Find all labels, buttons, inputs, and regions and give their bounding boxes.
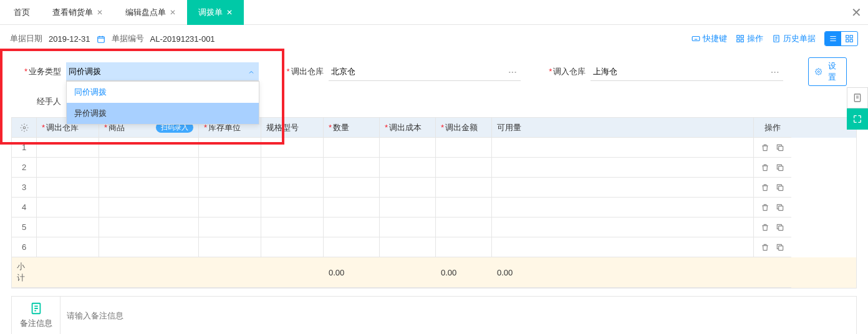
note-icon: [29, 302, 43, 315]
close-icon[interactable]: ✕: [170, 8, 176, 17]
settings-button[interactable]: 设置: [808, 57, 847, 86]
row-actions: [754, 217, 791, 237]
keyboard-icon: [692, 34, 700, 43]
col-spec: 规格型号: [261, 118, 324, 138]
svg-rect-1: [692, 37, 700, 41]
svg-point-12: [817, 71, 819, 73]
copy-icon[interactable]: [776, 163, 784, 173]
doc-date-label: 单据日期: [10, 33, 42, 44]
svg-rect-2: [737, 36, 740, 38]
in-warehouse-field: *调入仓库 ···: [546, 62, 783, 81]
copy-icon[interactable]: [776, 203, 784, 212]
delete-icon[interactable]: [761, 222, 769, 232]
biz-type-field: *业务类型 同价调拨 异价调拨: [21, 62, 259, 81]
in-warehouse-label: *调入仓库: [546, 66, 591, 77]
subtotal-amount: 0.00: [436, 257, 492, 288]
grid-icon: [736, 34, 745, 43]
col-op: 操作: [754, 118, 791, 138]
table-row[interactable]: 2: [12, 158, 856, 178]
row-actions: [754, 138, 791, 158]
dropdown-option-diff-price[interactable]: 异价调拨: [67, 103, 259, 124]
svg-rect-14: [779, 146, 783, 151]
svg-rect-9: [846, 39, 849, 42]
calendar-icon[interactable]: [97, 34, 105, 44]
table-row[interactable]: 6: [12, 237, 856, 257]
svg-point-13: [23, 126, 26, 129]
shortcut-link[interactable]: 快捷键: [692, 33, 727, 44]
biz-type-input[interactable]: [66, 62, 259, 81]
svg-rect-5: [741, 39, 743, 42]
subtotal-label: 小计: [12, 257, 37, 288]
tab-bar: 首页 查看销货单✕ 编辑盘点单✕ 调拨单✕ ✕: [0, 0, 868, 25]
row-number: 1: [12, 138, 37, 158]
info-bar: 单据日期 2019-12-31 单据编号 AL-20191231-001 快捷键…: [0, 25, 868, 52]
copy-icon[interactable]: [776, 143, 784, 153]
view-toggle: [824, 31, 858, 46]
col-qty: *数量: [324, 118, 380, 138]
subtotal-qty: 0.00: [324, 257, 380, 288]
delete-icon[interactable]: [761, 183, 769, 193]
line-items-table: *调出仓库 *商品扫码录入 *库存单位 规格型号 *数量 *调出成本 *调出金额…: [11, 117, 857, 289]
gear-icon: [815, 68, 822, 75]
dropdown-option-same-price[interactable]: 同价调拨: [67, 82, 259, 103]
ellipsis-icon[interactable]: ···: [509, 67, 518, 77]
remark-input[interactable]: [60, 297, 856, 334]
table-settings-button[interactable]: [12, 118, 37, 138]
operation-link[interactable]: 操作: [736, 33, 763, 44]
table-row[interactable]: 4: [12, 198, 856, 217]
view-list-button[interactable]: [825, 32, 841, 45]
handler-label: 经手人: [21, 96, 66, 107]
form-area: *业务类型 同价调拨 异价调拨 *调出仓库 ··· *调入仓库 ··· 设置: [0, 52, 868, 107]
svg-rect-7: [846, 36, 849, 38]
row-number: 5: [12, 217, 37, 237]
tab-edit-inventory[interactable]: 编辑盘点单✕: [114, 0, 187, 25]
svg-rect-4: [737, 39, 740, 42]
table-row[interactable]: 5: [12, 217, 856, 237]
svg-rect-0: [97, 37, 104, 42]
document-icon: [772, 34, 781, 43]
row-number: 6: [12, 237, 37, 257]
close-icon[interactable]: ✕: [97, 8, 103, 17]
row-number: 2: [12, 158, 37, 178]
out-warehouse-input[interactable]: [329, 62, 521, 81]
in-warehouse-input[interactable]: [591, 62, 783, 81]
tab-view-sales[interactable]: 查看销货单✕: [41, 0, 114, 25]
delete-icon[interactable]: [761, 163, 769, 173]
copy-icon[interactable]: [776, 242, 784, 252]
close-icon[interactable]: ✕: [226, 8, 233, 17]
row-actions: [754, 237, 791, 257]
gear-icon: [20, 123, 29, 132]
svg-rect-8: [850, 36, 852, 38]
table-row[interactable]: 1: [12, 138, 856, 158]
delete-icon[interactable]: [761, 143, 769, 153]
doc-date-value[interactable]: 2019-12-31: [49, 34, 90, 44]
doc-no-label: 单据编号: [112, 33, 144, 44]
table-row[interactable]: 3: [12, 178, 856, 198]
delete-icon[interactable]: [761, 203, 769, 212]
svg-rect-18: [779, 226, 783, 231]
view-grid-button[interactable]: [841, 32, 857, 45]
svg-rect-17: [779, 206, 783, 211]
tab-transfer[interactable]: 调拨单✕: [187, 0, 244, 25]
out-warehouse-field: *调出仓库 ···: [284, 62, 521, 81]
doc-no-value: AL-20191231-001: [150, 34, 215, 44]
history-link[interactable]: 历史单据: [772, 33, 816, 44]
svg-rect-19: [779, 246, 783, 250]
delete-icon[interactable]: [761, 242, 769, 252]
tab-home[interactable]: 首页: [2, 0, 41, 25]
col-amount: *调出金额: [436, 118, 492, 138]
remark-label: 备注信息: [12, 297, 60, 334]
biz-type-dropdown: 同价调拨 异价调拨: [66, 81, 259, 125]
copy-icon[interactable]: [776, 183, 784, 193]
expand-icon[interactable]: [847, 108, 868, 130]
out-warehouse-label: *调出仓库: [284, 66, 329, 77]
svg-rect-16: [779, 186, 783, 191]
svg-rect-3: [741, 36, 743, 38]
ellipsis-icon[interactable]: ···: [771, 67, 779, 77]
copy-icon[interactable]: [776, 222, 784, 232]
remark-section: 备注信息: [11, 296, 857, 334]
col-available: 可用量: [492, 118, 754, 138]
close-all-icon[interactable]: ✕: [851, 5, 862, 20]
svg-rect-15: [779, 166, 783, 171]
biz-type-label: *业务类型: [21, 66, 66, 77]
